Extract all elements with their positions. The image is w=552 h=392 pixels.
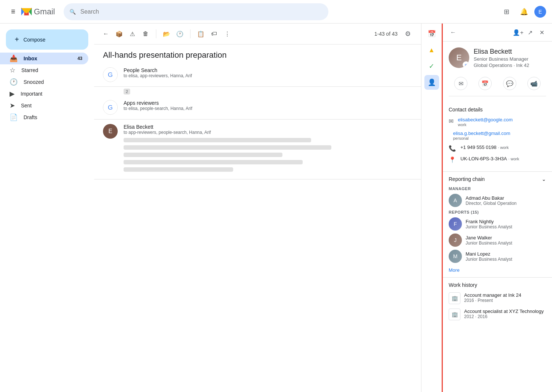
tasks-app-button[interactable]: ▲ <box>424 43 439 57</box>
video-action-button[interactable]: 📹 <box>527 77 541 90</box>
close-icon: ✕ <box>539 29 544 36</box>
report-row-0[interactable]: F Frank Nightly Junior Business Analyst <box>449 217 546 231</box>
phone-content: +1 949 555 0198 · work <box>460 144 546 150</box>
email-subject: All-hands presentation preparation <box>94 44 421 63</box>
delete-button[interactable]: 🗑 <box>140 28 152 40</box>
bell-icon: 🔔 <box>520 8 528 16</box>
email-action-button[interactable]: ✉ <box>454 77 467 90</box>
apps-grid-button[interactable]: ⊞ <box>499 4 514 19</box>
sidebar-item-important[interactable]: ▶ Important <box>0 88 88 100</box>
menu-button[interactable]: ☰ <box>6 4 21 19</box>
calendar-icon: 📅 <box>428 30 436 38</box>
thread-count-row: 2 <box>94 87 421 96</box>
search-input[interactable] <box>80 8 323 15</box>
email-thread: G Apps reviewers to elisa, people-search… <box>94 96 421 120</box>
report-info-0: Frank Nightly Junior Business Analyst <box>466 219 512 229</box>
keep-icon: ✓ <box>429 62 434 70</box>
settings-button[interactable]: ⚙ <box>400 26 415 41</box>
reporting-chain-header[interactable]: Reporting chain ⌄ <box>449 176 546 182</box>
email-personal-content: elisa.g.beckett@gmail.com personal <box>453 131 546 140</box>
tasks-icon: ▲ <box>428 46 435 54</box>
more-options-button[interactable]: ⋮ <box>221 28 233 40</box>
archive-button[interactable]: 📦 <box>113 28 125 40</box>
more-vertical-icon: ⋮ <box>224 31 230 38</box>
sidebar-item-starred[interactable]: ☆ Starred <box>0 64 88 76</box>
move-icon: 📂 <box>163 31 170 38</box>
manager-row[interactable]: A Admad Abu Bakar Director, Global Opera… <box>449 194 546 207</box>
gmail-m-icon <box>21 6 32 18</box>
spam-icon: ⚠ <box>130 31 135 38</box>
sidebar-item-sent[interactable]: ➤ Sent <box>0 100 88 111</box>
email-personal-address[interactable]: elisa.g.beckett@gmail.com <box>453 131 546 136</box>
add-person-button[interactable]: 👤+ <box>512 26 524 38</box>
back-button[interactable]: ← <box>100 28 112 40</box>
email-work-address[interactable]: elisabeckett@google.com <box>458 117 546 122</box>
work-content-0: Account manager at Ink 24 2016 · Present <box>464 292 521 304</box>
contact-org: Global Operations · Ink 42 <box>474 63 529 68</box>
phone-label: · work <box>498 145 509 150</box>
email-personal-label: personal <box>453 136 546 140</box>
chevron-down-icon: ⌄ <box>542 176 546 182</box>
calendar-action-button[interactable]: 📅 <box>478 77 492 90</box>
compose-button[interactable]: + Compose <box>6 29 88 50</box>
search-bar[interactable]: 🔍 <box>64 3 328 20</box>
panel-back-button[interactable]: ← <box>447 26 459 38</box>
open-external-button[interactable]: ↗ <box>524 26 536 38</box>
chat-action-button[interactable]: 💬 <box>503 77 516 90</box>
add-person-icon: 👤+ <box>513 29 523 36</box>
preview-line <box>124 160 303 164</box>
work-company-1: Account specialist at XYZ Technology <box>464 309 544 314</box>
snooze-icon: 🕐 <box>176 31 184 38</box>
work-company-0: Account manager at Ink 24 <box>464 292 521 298</box>
sent-icon: ➤ <box>10 101 15 110</box>
more-link[interactable]: More <box>449 267 460 273</box>
work-history-title: Work history <box>449 282 546 288</box>
contacts-app-button[interactable]: 👤 <box>424 75 439 90</box>
email-personal-row: elisa.g.beckett@gmail.com personal <box>449 131 546 140</box>
report-name-2: Mani Lopez <box>466 251 512 257</box>
work-row-0: 🏢 Account manager at Ink 24 2016 · Prese… <box>449 292 546 304</box>
report-name-0: Frank Nightly <box>466 219 512 224</box>
drafts-icon: 📄 <box>10 113 18 121</box>
nav-sidebar: + Compose 📥 Inbox 43 ☆ Starred 🕐 Snoozed… <box>0 24 94 392</box>
preview-line <box>124 153 282 157</box>
task-button[interactable]: 📋 <box>195 28 207 40</box>
list-item[interactable]: E Elisa Beckett to app-reviewers, people… <box>94 120 421 179</box>
close-panel-button[interactable]: ✕ <box>536 26 548 38</box>
inbox-icon: 📥 <box>10 54 18 63</box>
report-row-2[interactable]: M Mani Lopez Junior Business Analyst <box>449 250 546 263</box>
snooze-button[interactable]: 🕐 <box>174 28 186 40</box>
address-row: 📍 UK-LON-6PS-3-3H3A · work <box>449 156 546 163</box>
list-item[interactable]: G Apps reviewers to elisa, people-search… <box>94 96 421 119</box>
star-icon: ☆ <box>10 66 15 74</box>
sidebar-item-label: Inbox <box>24 56 37 61</box>
contact-details-section: Contact details ✉ elisabeckett@google.co… <box>443 102 552 172</box>
calendar-app-button[interactable]: 📅 <box>424 26 439 41</box>
list-item[interactable]: G People Search to elisa, app-reviewers,… <box>94 63 421 86</box>
notifications-button[interactable]: 🔔 <box>517 4 531 19</box>
label-button[interactable]: 🏷 <box>208 28 220 40</box>
phone-icon: 📞 <box>449 145 456 152</box>
email-sender: Elisa Beckett <box>124 124 412 130</box>
settings-icon: ⚙ <box>405 30 411 38</box>
avatar: E <box>103 124 118 139</box>
contact-panel: ← 👤+ ↗ ✕ E G <box>442 24 552 392</box>
report-name-1: Jane Walker <box>466 235 512 240</box>
reporting-chain-section: Reporting chain ⌄ MANAGER A Admad Abu Ba… <box>443 172 552 278</box>
report-row-1[interactable]: J Jane Walker Junior Business Analyst <box>449 234 546 247</box>
sidebar-item-inbox[interactable]: 📥 Inbox 43 <box>0 53 88 64</box>
sidebar-item-snoozed[interactable]: 🕐 Snoozed <box>0 76 88 88</box>
avatar: G <box>103 67 118 82</box>
work-icon-1: 🏢 <box>449 309 460 320</box>
user-avatar[interactable]: E <box>534 6 546 18</box>
address-content: UK-LON-6PS-3-3H3A · work <box>460 156 546 161</box>
address-label: · work <box>508 157 519 161</box>
sidebar-item-drafts[interactable]: 📄 Drafts <box>0 111 88 123</box>
work-row-1: 🏢 Account specialist at XYZ Technology 2… <box>449 309 546 320</box>
keep-app-button[interactable]: ✓ <box>424 59 439 74</box>
move-to-button[interactable]: 📂 <box>161 28 172 40</box>
report-spam-button[interactable]: ⚠ <box>127 28 138 40</box>
task-icon: 📋 <box>197 31 204 38</box>
manager-name: Admad Abu Bakar <box>466 195 517 201</box>
reporting-chain-title: Reporting chain <box>449 176 485 182</box>
